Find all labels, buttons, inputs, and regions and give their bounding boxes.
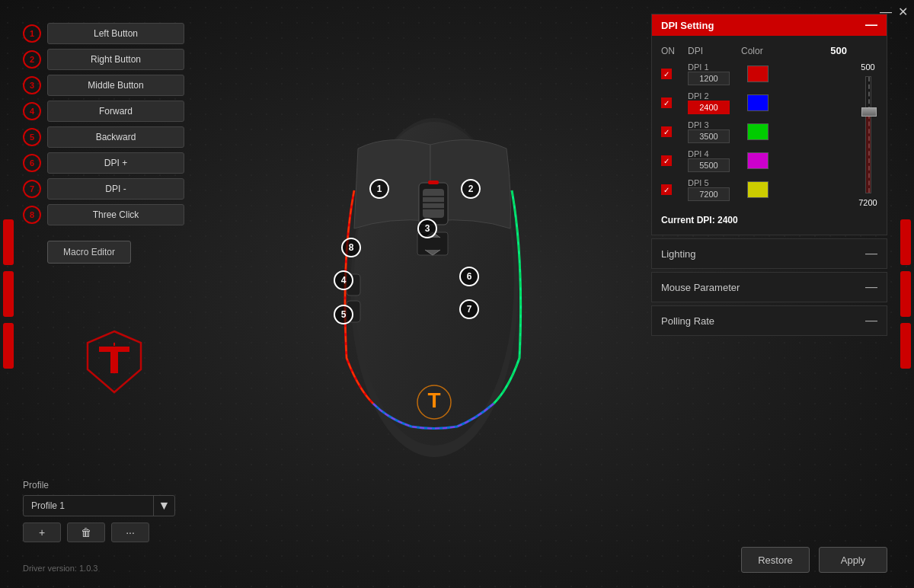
button-num-5: 5 [23,128,41,146]
profile-section: Profile Profile 1 ▼ + 🗑 ··· [23,480,175,542]
mouse-label-1: 1 [369,179,389,199]
mouse-label-4: 4 [334,270,353,290]
mouse-parameter-title: Mouse Parameter [661,282,740,293]
dpi-2-value[interactable]: 2400 [688,101,730,114]
button-num-8: 8 [23,206,41,224]
dpi-section-title: DPI Setting [661,20,714,31]
macro-editor-button[interactable]: Macro Editor [47,241,131,264]
dpi-5-color[interactable] [747,181,769,198]
bottom-actions: Restore Apply [741,547,887,573]
lighting-section[interactable]: Lighting — [651,238,887,269]
profile-value: Profile 1 [24,500,153,511]
profile-add-button[interactable]: + [23,522,61,542]
profile-actions: + 🗑 ··· [23,522,175,542]
dpi-5-value[interactable]: 7200 [688,187,730,201]
left-panel: 1 Left Button 2 Right Button 3 Middle Bu… [23,23,244,264]
mouse-label-7: 7 [459,299,479,319]
button-num-4: 4 [23,102,41,120]
close-button[interactable]: ✕ [898,6,908,18]
dpi-slider-track[interactable] [865,76,871,193]
profile-dropdown-arrow[interactable]: ▼ [153,495,174,516]
dpi-4-name: DPI 4 [688,149,741,158]
lighting-title: Lighting [661,248,696,260]
button-row-6: 6 DPI + [23,152,244,174]
profile-more-button[interactable]: ··· [111,522,149,542]
dpi-3-checkbox[interactable]: ✓ [661,126,672,137]
minimize-button[interactable]: — [880,6,892,18]
dpi-minus-button-btn[interactable]: DPI - [47,178,184,200]
slider-top-value: 500 [830,45,847,56]
right-bar-2 [900,271,911,317]
lighting-header[interactable]: Lighting — [652,239,887,268]
dpi-2-color[interactable] [747,94,769,111]
svg-rect-1 [99,347,129,352]
apply-button[interactable]: Apply [819,547,887,573]
slider-top-label: 500 [861,62,874,72]
dpi-4-value[interactable]: 5500 [688,158,730,172]
middle-button-btn[interactable]: Middle Button [47,75,184,96]
dpi-content: ON DPI Color 500 ✓ DPI 1 1200 [652,36,887,235]
profile-select-row[interactable]: Profile 1 ▼ [23,495,175,516]
mouse-label-6: 6 [459,267,479,286]
left-button-btn[interactable]: Left Button [47,23,184,44]
left-bar-1 [3,219,14,265]
restore-button[interactable]: Restore [741,547,810,573]
profile-delete-button[interactable]: 🗑 [67,522,105,542]
polling-rate-header[interactable]: Polling Rate — [652,306,887,335]
dpi-slider-knob[interactable] [861,107,877,117]
polling-rate-title: Polling Rate [661,315,714,327]
mouse-image-container: T 1 2 3 4 5 6 7 8 [312,69,556,510]
button-row-3: 3 Middle Button [23,75,244,96]
current-dpi-label: Current DPI: [661,215,715,225]
current-dpi-value: 2400 [717,215,738,225]
dpi-4-checkbox[interactable]: ✓ [661,155,672,166]
title-bar: — ✕ [823,0,914,24]
button-num-1: 1 [23,24,41,43]
left-bar-2 [3,271,14,317]
dpi-1-color[interactable] [747,66,769,82]
mouse-area: T 1 2 3 4 5 6 7 8 [244,30,625,548]
polling-rate-section[interactable]: Polling Rate — [651,305,887,336]
dpi-1-checkbox[interactable]: ✓ [661,69,672,79]
right-bar-3 [900,323,911,369]
profile-label: Profile [23,480,175,491]
col-header-on: ON [661,46,688,56]
dpi-row-1: ✓ DPI 1 1200 [661,62,851,85]
dpi-plus-button-btn[interactable]: DPI + [47,152,184,174]
current-dpi-display: Current DPI: 2400 [661,215,877,225]
dpi-3-name: DPI 3 [688,120,741,129]
dpi-rows-slider-container: ✓ DPI 1 1200 ✓ [661,62,877,207]
slider-bottom-label: 7200 [858,198,877,207]
button-row-7: 7 DPI - [23,178,244,200]
driver-version: Driver version: 1.0.3 [23,564,97,573]
svg-text:T: T [427,388,440,412]
dpi-3-color[interactable] [747,123,769,140]
lighting-toggle-icon[interactable]: — [865,247,877,260]
dpi-1-name: DPI 1 [688,62,741,72]
button-num-6: 6 [23,154,41,172]
dpi-slider-container: 500 7200 [858,62,877,207]
backward-button-btn[interactable]: Backward [47,126,184,148]
mouse-parameter-header[interactable]: Mouse Parameter — [652,273,887,302]
mouse-parameter-section[interactable]: Mouse Parameter — [651,272,887,302]
col-header-dpi: DPI [688,46,741,56]
svg-rect-12 [428,181,439,184]
button-row-2: 2 Right Button [23,49,244,70]
button-num-7: 7 [23,180,41,198]
mouse-label-2: 2 [461,179,481,199]
col-header-color: Color [741,46,779,56]
left-side-decoration [0,0,21,588]
forward-button-btn[interactable]: Forward [47,101,184,122]
right-button-btn[interactable]: Right Button [47,49,184,70]
dpi-3-value[interactable]: 3500 [688,129,730,143]
dpi-5-checkbox[interactable]: ✓ [661,184,672,195]
polling-rate-toggle-icon[interactable]: — [865,314,877,328]
button-row-4: 4 Forward [23,101,244,122]
dpi-1-value[interactable]: 1200 [688,72,730,85]
dpi-4-color[interactable] [747,152,769,169]
three-click-button-btn[interactable]: Three Click [47,204,184,225]
mouse-parameter-toggle-icon[interactable]: — [865,280,877,294]
dpi-2-checkbox[interactable]: ✓ [661,97,672,108]
button-num-3: 3 [23,76,41,94]
button-row-8: 8 Three Click [23,204,244,225]
